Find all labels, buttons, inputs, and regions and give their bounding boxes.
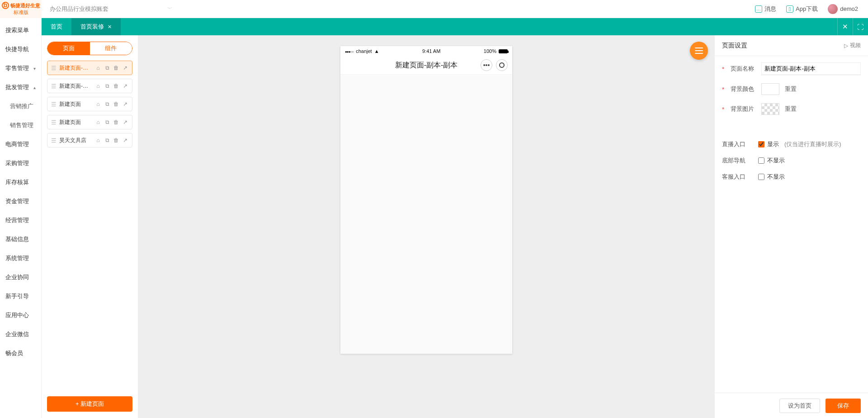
set-home-button[interactable]: 设为首页 bbox=[779, 399, 820, 413]
nav-item[interactable]: 系统管理 bbox=[0, 249, 41, 268]
nav-item[interactable]: 搜索菜单 bbox=[0, 21, 41, 40]
close-icon[interactable]: ✕ bbox=[108, 24, 112, 30]
target-icon[interactable] bbox=[496, 59, 508, 71]
segment-component[interactable]: 组件 bbox=[90, 42, 132, 55]
home-icon[interactable]: ⌂ bbox=[95, 65, 101, 71]
drag-icon[interactable]: ☰ bbox=[51, 119, 56, 126]
nav-item[interactable]: 畅会员 bbox=[0, 344, 41, 363]
nav-item[interactable]: 批发管理▴ bbox=[0, 78, 41, 97]
share-icon[interactable]: ↗ bbox=[122, 137, 128, 143]
save-button[interactable]: 保存 bbox=[826, 399, 861, 413]
share-icon[interactable]: ↗ bbox=[122, 65, 128, 71]
carrier-label: chanjet bbox=[356, 48, 372, 54]
canvas-area: chanjet ▲ 9:41 AM 100% 新建页面-副本-副本 ••• bbox=[138, 35, 714, 418]
nav-item-label: 经营管理 bbox=[5, 216, 29, 224]
phone-time: 9:41 AM bbox=[422, 48, 440, 54]
share-icon[interactable]: ↗ bbox=[122, 83, 128, 89]
page-item-label: 新建页面-副本 bbox=[59, 82, 91, 90]
copy-icon[interactable]: ⧉ bbox=[104, 137, 110, 143]
home-icon[interactable]: ⌂ bbox=[95, 101, 101, 107]
tabbar-fullscreen-button[interactable]: ⛶ bbox=[853, 18, 868, 35]
bottom-nav-input[interactable] bbox=[758, 157, 764, 164]
messages-link[interactable]: … 消息 bbox=[755, 5, 776, 13]
brand-icon bbox=[2, 2, 9, 9]
copy-icon[interactable]: ⧉ bbox=[104, 119, 110, 125]
page-name-label: 页面名称 bbox=[731, 65, 756, 73]
delete-icon[interactable]: 🗑 bbox=[113, 83, 119, 89]
copy-icon[interactable]: ⧉ bbox=[104, 83, 110, 89]
drag-icon[interactable]: ☰ bbox=[51, 65, 56, 71]
page-list-item[interactable]: ☰昊天文具店⌂⧉🗑↗ bbox=[47, 133, 132, 147]
new-page-button[interactable]: + 新建页面 bbox=[47, 396, 132, 412]
delete-icon[interactable]: 🗑 bbox=[113, 101, 119, 107]
page-list-item[interactable]: ☰新建页面⌂⧉🗑↗ bbox=[47, 97, 132, 111]
app-download-link[interactable]: ▯ App下载 bbox=[786, 5, 818, 13]
tab-decoration[interactable]: 首页装修 ✕ bbox=[71, 18, 121, 35]
bgimg-reset[interactable]: 重置 bbox=[785, 105, 797, 113]
share-icon[interactable]: ↗ bbox=[122, 119, 128, 125]
copy-icon[interactable]: ⧉ bbox=[104, 101, 110, 107]
home-icon[interactable]: ⌂ bbox=[95, 83, 101, 89]
copy-icon[interactable]: ⧉ bbox=[104, 65, 110, 71]
bottom-nav-checkbox[interactable]: 不显示 bbox=[758, 157, 785, 165]
brand-logo: 畅捷通好生意 标准版 bbox=[0, 0, 42, 18]
delete-icon[interactable]: 🗑 bbox=[113, 65, 119, 71]
nav-item[interactable]: 快捷导航 bbox=[0, 40, 41, 59]
page-list-item[interactable]: ☰新建页面⌂⧉🗑↗ bbox=[47, 115, 132, 129]
nav-item[interactable]: 企业协同 bbox=[0, 268, 41, 287]
phone-status-bar: chanjet ▲ 9:41 AM 100% bbox=[340, 46, 512, 56]
nav-item[interactable]: 基础信息 bbox=[0, 230, 41, 249]
settings-title: 页面设置 bbox=[722, 42, 747, 50]
delete-icon[interactable]: 🗑 bbox=[113, 119, 119, 125]
nav-item[interactable]: 库存核算 bbox=[0, 173, 41, 192]
battery-label: 100% bbox=[484, 48, 496, 54]
nav-item[interactable]: 电商管理 bbox=[0, 135, 41, 154]
page-list-item[interactable]: ☰新建页面-副本-...⌂⧉🗑↗ bbox=[47, 61, 132, 75]
live-show-checkbox[interactable]: 显示 bbox=[758, 140, 779, 148]
live-show-input[interactable] bbox=[758, 141, 764, 147]
home-icon[interactable]: ⌂ bbox=[95, 119, 101, 125]
service-input[interactable] bbox=[758, 174, 764, 180]
bgcolor-reset[interactable]: 重置 bbox=[785, 85, 797, 93]
segment-page[interactable]: 页面 bbox=[47, 42, 90, 55]
floating-menu-button[interactable] bbox=[690, 42, 708, 60]
nav-item[interactable]: 应用中心 bbox=[0, 306, 41, 325]
nav-item-label: 新手引导 bbox=[5, 292, 29, 300]
workspace: 页面 组件 ☰新建页面-副本-...⌂⧉🗑↗☰新建页面-副本⌂⧉🗑↗☰新建页面⌂… bbox=[42, 35, 868, 418]
tab-home-label: 首页 bbox=[51, 23, 62, 31]
bgimg-swatch[interactable] bbox=[761, 103, 779, 115]
tab-home[interactable]: 首页 bbox=[42, 18, 71, 35]
play-icon: ▷ bbox=[844, 43, 848, 49]
tabbar-close-button[interactable]: ✕ bbox=[837, 18, 853, 35]
service-checkbox[interactable]: 不显示 bbox=[758, 173, 785, 181]
home-icon[interactable]: ⌂ bbox=[95, 137, 101, 143]
video-help-link[interactable]: ▷ 视频 bbox=[844, 42, 861, 49]
page-name-input[interactable] bbox=[761, 62, 861, 75]
drag-icon[interactable]: ☰ bbox=[51, 83, 56, 90]
drag-icon[interactable]: ☰ bbox=[51, 101, 56, 108]
nav-item[interactable]: 采购管理 bbox=[0, 154, 41, 173]
phone-body[interactable] bbox=[340, 75, 512, 354]
nav-sub-item[interactable]: 营销推广 bbox=[0, 97, 41, 116]
nav-item-label: 应用中心 bbox=[5, 311, 29, 319]
nav-item[interactable]: 经营管理 bbox=[0, 211, 41, 230]
share-icon[interactable]: ↗ bbox=[122, 101, 128, 107]
page-list-item[interactable]: ☰新建页面-副本⌂⧉🗑↗ bbox=[47, 79, 132, 93]
nav-item[interactable]: 零售管理▾ bbox=[0, 59, 41, 78]
user-menu[interactable]: demo2 bbox=[828, 4, 858, 14]
more-icon[interactable]: ••• bbox=[481, 59, 492, 71]
account-dropdown[interactable]: 办公用品行业模拟账套 ﹀ bbox=[50, 5, 173, 13]
nav-item[interactable]: 新手引导 bbox=[0, 287, 41, 306]
chevron-down-icon: ﹀ bbox=[167, 5, 173, 13]
bottom-nav-text: 不显示 bbox=[767, 157, 785, 165]
bgcolor-swatch[interactable] bbox=[761, 83, 779, 95]
delete-icon[interactable]: 🗑 bbox=[113, 137, 119, 143]
left-nav: 搜索菜单快捷导航零售管理▾批发管理▴营销推广销售管理电商管理采购管理库存核算资金… bbox=[0, 18, 42, 418]
nav-item[interactable]: 企业微信 bbox=[0, 325, 41, 344]
nav-item-label: 搜索菜单 bbox=[5, 26, 29, 34]
drag-icon[interactable]: ☰ bbox=[51, 137, 56, 144]
nav-sub-item[interactable]: 销售管理 bbox=[0, 116, 41, 135]
nav-item-label: 采购管理 bbox=[5, 159, 29, 167]
nav-item[interactable]: 资金管理 bbox=[0, 192, 41, 211]
nav-item-label: 电商管理 bbox=[5, 140, 29, 148]
